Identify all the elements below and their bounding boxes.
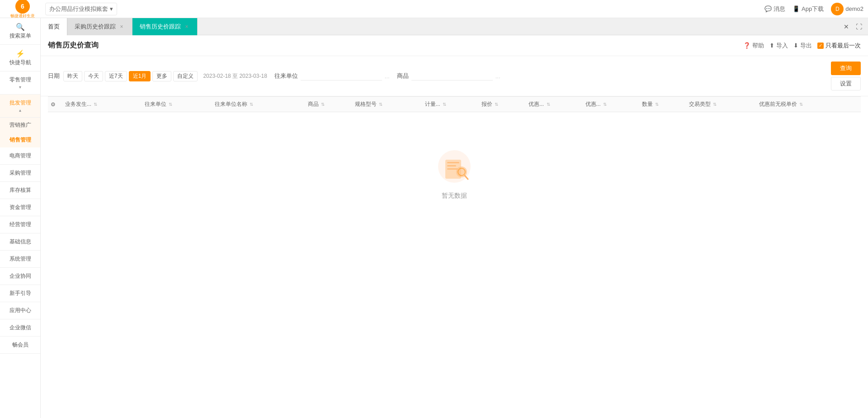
export-icon: ⬇ <box>793 42 798 49</box>
page-actions: ❓ 帮助 ⬆ 导入 ⬇ 导出 ✓ 只看最后一次 <box>743 42 861 50</box>
date-filter-group: 日期 昨天 今天 近7天 近1月 更多 自定义 2023-02-18 至 202… <box>48 71 267 81</box>
goods-input[interactable] <box>411 71 493 81</box>
goods-filter-group: 商品 ... <box>397 71 500 81</box>
tab-close-icon[interactable]: × <box>118 24 125 30</box>
date-btn-1month[interactable]: 近1月 <box>129 71 151 81</box>
table-gear-th[interactable]: ⚙ <box>48 97 62 112</box>
tab-close-all-btn[interactable]: ✕ <box>841 21 852 32</box>
only-last-checkbox[interactable]: ✓ 只看最后一次 <box>817 42 861 50</box>
sidebar-item-batch-manage[interactable]: 批发管理 ▴ <box>0 95 40 118</box>
sidebar-item-marketing[interactable]: 营销推广 <box>0 118 40 133</box>
th-unit[interactable]: 计量... ⇅ <box>422 97 479 112</box>
date-buttons: 昨天 今天 近7天 近1月 更多 自定义 <box>63 71 198 81</box>
svg-rect-3 <box>447 165 456 166</box>
tab-home[interactable]: 首页 <box>41 18 67 35</box>
th-quote[interactable]: 报价 ⇅ <box>479 97 526 112</box>
sidebar-item-purchase[interactable]: 采购管理 <box>0 165 40 182</box>
sidebar-item-ecommerce[interactable]: 电商管理 <box>0 147 40 165</box>
goods-dots-btn[interactable]: ... <box>495 73 500 80</box>
page-title: 销售历史价查询 <box>48 41 99 50</box>
app-download-btn[interactable]: 📱 App下载 <box>793 5 824 13</box>
sidebar-item-app-center[interactable]: 应用中心 <box>0 302 40 319</box>
query-button[interactable]: 查询 <box>831 62 861 75</box>
checkbox-icon: ✓ <box>817 43 824 49</box>
sidebar-item-wechat[interactable]: 企业微信 <box>0 319 40 337</box>
th-goods[interactable]: 商品 ⇅ <box>305 97 352 112</box>
tab-sales-history[interactable]: 销售历史价跟踪 × <box>132 18 198 35</box>
partner-dots-btn[interactable]: ... <box>385 73 390 80</box>
th-partner-name[interactable]: 往来单位名称 ⇅ <box>212 97 305 112</box>
import-btn[interactable]: ⬆ 导入 <box>769 42 788 50</box>
export-btn[interactable]: ⬇ 导出 <box>793 42 812 50</box>
th-spec[interactable]: 规格型号 ⇅ <box>352 97 422 112</box>
sidebar-item-label: 新手引导 <box>9 290 31 297</box>
chevron-down-icon: ▾ <box>19 85 21 90</box>
tab-purchase-history[interactable]: 采购历史价跟踪 × <box>67 18 132 35</box>
date-btn-yesterday[interactable]: 昨天 <box>63 71 82 81</box>
th-qty[interactable]: 数量 ⇅ <box>639 97 686 112</box>
th-biz-date[interactable]: 业务发生... ⇅ <box>62 97 142 112</box>
page-content: 销售历史价查询 ❓ 帮助 ⬆ 导入 ⬇ 导出 ✓ <box>41 35 868 418</box>
settings-button[interactable]: 设置 <box>831 77 861 90</box>
date-btn-custom[interactable]: 自定义 <box>173 71 198 81</box>
th-partner-code[interactable]: 往来单位 ⇅ <box>142 97 212 112</box>
sidebar-item-label: 库存核算 <box>9 186 31 194</box>
empty-illustration <box>436 148 472 185</box>
sidebar-item-sales-manage[interactable]: 销售管理 <box>0 133 40 147</box>
top-header: 6 畅捷通好生意 办公用品行业模拟账套 ▾ 💬 消息 📱 App下载 D dem… <box>0 0 868 18</box>
sidebar-item-label: 企业协同 <box>9 272 31 280</box>
app-selector[interactable]: 办公用品行业模拟账套 ▾ <box>45 3 117 15</box>
tab-close-icon[interactable]: × <box>184 24 190 30</box>
svg-rect-4 <box>447 168 458 170</box>
date-btn-today[interactable]: 今天 <box>84 71 103 81</box>
sidebar-item-label: 资金管理 <box>9 204 31 211</box>
app-download-label: App下载 <box>802 5 824 13</box>
sidebar-item-label: 搜索菜单 <box>9 32 31 40</box>
th-pretax-price[interactable]: 优惠前无税单价 ⇅ <box>756 97 861 112</box>
sidebar-item-label: 快捷导航 <box>9 59 31 66</box>
sidebar-item-inventory[interactable]: 库存核算 <box>0 182 40 199</box>
goods-label: 商品 <box>397 72 409 80</box>
tab-actions: ✕ ⛶ <box>841 21 868 32</box>
sidebar-item-cooperation[interactable]: 企业协同 <box>0 268 40 285</box>
sidebar-item-label: 系统管理 <box>9 255 31 263</box>
user-menu[interactable]: D demo2 <box>831 3 863 15</box>
filter-bar: 日期 昨天 今天 近7天 近1月 更多 自定义 2023-02-18 至 202… <box>41 56 868 96</box>
sidebar-item-basic-info[interactable]: 基础信息 <box>0 233 40 251</box>
message-label: 消息 <box>774 5 785 13</box>
sidebar-item-vip[interactable]: 畅会员 <box>0 337 40 354</box>
sidebar-item-search-menu[interactable]: 🔍 搜索菜单 <box>0 18 40 45</box>
message-btn[interactable]: 💬 消息 <box>764 5 785 13</box>
sidebar-item-retail-manage[interactable]: 零售管理 ▾ <box>0 71 40 95</box>
date-btn-more[interactable]: 更多 <box>152 71 171 81</box>
sidebar-item-label: 基础信息 <box>9 238 31 246</box>
sidebar-item-quick-nav[interactable]: ⚡ 快捷导航 <box>0 45 40 71</box>
sidebar-item-finance[interactable]: 资金管理 <box>0 199 40 216</box>
import-label: 导入 <box>776 42 788 50</box>
import-icon: ⬆ <box>769 42 774 49</box>
sidebar-item-label: 采购管理 <box>9 169 31 177</box>
header-right: 💬 消息 📱 App下载 D demo2 <box>764 3 863 15</box>
partner-input[interactable] <box>301 71 382 81</box>
th-trade-type[interactable]: 交易类型 ⇅ <box>686 97 756 112</box>
tab-bar: 首页 采购历史价跟踪 × 销售历史价跟踪 × ✕ ⛶ <box>41 18 868 35</box>
tab-fullscreen-btn[interactable]: ⛶ <box>854 21 864 32</box>
sidebar-item-guide[interactable]: 新手引导 <box>0 285 40 302</box>
sidebar: 🔍 搜索菜单 ⚡ 快捷导航 零售管理 ▾ 批发管理 ▴ 营销推广 销售管理 电商… <box>0 18 41 418</box>
help-btn[interactable]: ❓ 帮助 <box>743 42 764 50</box>
logo-area: 6 畅捷通好生意 <box>5 0 41 19</box>
avatar: D <box>831 3 844 15</box>
nav-icon: ⚡ <box>16 49 25 58</box>
app-selector-label: 办公用品行业模拟账套 <box>49 5 108 13</box>
date-filter-label: 日期 <box>48 72 60 80</box>
svg-rect-2 <box>447 162 459 163</box>
th-discount1[interactable]: 优惠... ⇅ <box>526 97 582 112</box>
help-icon: ❓ <box>743 42 750 49</box>
partner-label: 往来单位 <box>274 72 298 80</box>
th-discount2[interactable]: 优惠... ⇅ <box>583 97 639 112</box>
date-btn-7days[interactable]: 近7天 <box>105 71 127 81</box>
page-header: 销售历史价查询 ❓ 帮助 ⬆ 导入 ⬇ 导出 ✓ <box>41 35 868 56</box>
sidebar-item-operation[interactable]: 经营管理 <box>0 216 40 233</box>
sidebar-item-system[interactable]: 系统管理 <box>0 251 40 268</box>
tab-label: 采购历史价跟踪 <box>75 23 116 31</box>
